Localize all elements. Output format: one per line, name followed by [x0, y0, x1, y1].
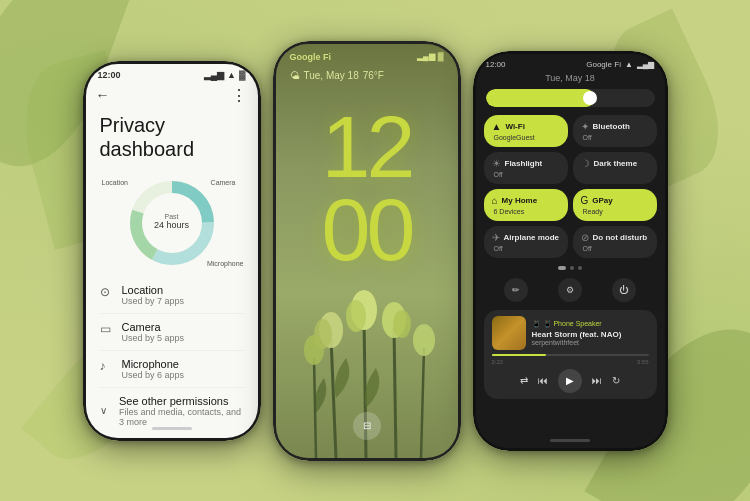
media-title: Heart Storm (feat. NAO): [532, 330, 649, 339]
flashlight-icon: ☀: [492, 158, 501, 169]
qs-tile-wifi[interactable]: ▲ Wi-Fi GoogleGuest: [484, 115, 568, 147]
brightness-bar[interactable]: [486, 89, 655, 107]
phone3-home-indicator: [550, 439, 590, 442]
chart-label-microphone: Microphone: [207, 260, 244, 267]
qs-tile-bluetooth[interactable]: ✦ Bluetooth Off: [573, 115, 657, 147]
settings-button[interactable]: ⚙: [558, 278, 582, 302]
chart-label-location: Location: [102, 179, 128, 186]
phone2-screen: Google Fi ▂▄▆ ▓ 🌤 Tue, May 18 76°F 12: [276, 44, 458, 458]
phone3-date: Tue, May 18: [476, 71, 665, 87]
phone1-status-icons: ▂▄▆ ▲ ▓: [204, 70, 246, 80]
qs-tile-dnd[interactable]: ⊘ Do not disturb Off: [573, 226, 657, 258]
gpay-name: GPay: [592, 196, 612, 205]
dnd-name: Do not disturb: [593, 233, 648, 242]
location-name: Location: [122, 284, 185, 296]
quick-action-bar: ✏ ⚙ ⏻: [476, 274, 665, 306]
media-play-pause-button[interactable]: ▶: [558, 369, 582, 393]
camera-sub: Used by 5 apps: [122, 333, 185, 343]
svg-line-4: [331, 338, 336, 458]
mic-name: Microphone: [122, 358, 185, 370]
phone2-status-icons: ▂▄▆ ▓: [417, 52, 444, 62]
svg-point-14: [393, 310, 411, 338]
phone1-permission-list: ⊙ Location Used by 7 apps ▭ Camera Used …: [86, 277, 258, 388]
brightness-slider-container: [476, 87, 665, 111]
media-controls: ⇄ ⏮ ▶ ⏭ ↻: [492, 369, 649, 393]
phone1-more-button[interactable]: ⋮: [231, 86, 248, 105]
phone2-temp: 76°F: [363, 70, 384, 81]
qs-tile-myhome[interactable]: ⌂ My Home 6 Devices: [484, 189, 568, 221]
see-sub: Files and media, contacts, and 3 more: [119, 407, 244, 427]
dnd-sub: Off: [581, 245, 649, 252]
phone2-date: Tue, May 18: [304, 70, 359, 81]
home-name: My Home: [502, 196, 538, 205]
wifi-icon: ▲: [492, 121, 502, 132]
qs-gpay-header: G GPay: [581, 195, 649, 206]
phone1-back-button[interactable]: ←: [96, 87, 110, 103]
phone2-nav-button[interactable]: ⊟: [353, 412, 381, 440]
phone3-status-right: Google Fi ▲ ▂▄▆: [586, 60, 654, 69]
media-next-button[interactable]: ⏭: [592, 375, 602, 386]
phone1-status-bar: 12:00 ▂▄▆ ▲ ▓: [86, 64, 258, 82]
permission-camera[interactable]: ▭ Camera Used by 5 apps: [100, 314, 244, 351]
camera-name: Camera: [122, 321, 185, 333]
phone2-status-bar: Google Fi ▂▄▆ ▓: [276, 44, 458, 66]
qs-tile-airplane[interactable]: ✈ Airplane mode Off: [484, 226, 568, 258]
edit-button[interactable]: ✏: [504, 278, 528, 302]
phone1-header: ← ⋮: [86, 82, 258, 105]
phone3-signal-icon: ▂▄▆: [637, 60, 655, 69]
media-progress-bar[interactable]: [492, 354, 649, 356]
chart-hours-label: 24 hours: [154, 219, 189, 229]
phone1-title: Privacy dashboard: [86, 105, 258, 165]
phone1-battery-icon: ▓: [239, 70, 246, 80]
donut-center: Past 24 hours: [154, 212, 189, 229]
qs-dnd-header: ⊘ Do not disturb: [581, 232, 649, 243]
qs-tile-dark-theme[interactable]: ☽ Dark theme: [573, 152, 657, 184]
brightness-fill: [486, 89, 596, 107]
media-repeat-button[interactable]: ↻: [612, 375, 620, 386]
svg-line-6: [394, 328, 396, 458]
phone1-screen: 12:00 ▂▄▆ ▲ ▓ ← ⋮ Privacy dashboard Lo: [86, 64, 258, 438]
phone1-signal-icon: ▂▄▆: [204, 70, 224, 80]
location-info: Location Used by 7 apps: [122, 284, 185, 306]
home-sub: 6 Devices: [492, 208, 560, 215]
microphone-icon: ♪: [100, 359, 114, 373]
media-time-row: 2:22 3:55: [492, 359, 649, 365]
qs-tile-gpay[interactable]: G GPay Ready: [573, 189, 657, 221]
camera-icon: ▭: [100, 322, 114, 336]
permission-microphone[interactable]: ♪ Microphone Used by 6 apps: [100, 351, 244, 388]
brightness-knob[interactable]: [583, 91, 597, 105]
wifi-name: Wi-Fi: [505, 122, 524, 131]
flash-sub: Off: [492, 171, 560, 178]
media-current-time: 2:22: [492, 359, 504, 365]
qs-wifi-header: ▲ Wi-Fi: [492, 121, 560, 132]
media-prev-button[interactable]: ⏮: [538, 375, 548, 386]
wifi-sub: GoogleGuest: [492, 134, 560, 141]
permission-location[interactable]: ⊙ Location Used by 7 apps: [100, 277, 244, 314]
svg-line-8: [421, 348, 424, 458]
media-artist: serpentwithfeet: [532, 339, 649, 346]
clock-hours: 12: [322, 105, 412, 189]
power-button[interactable]: ⏻: [612, 278, 636, 302]
airplane-icon: ✈: [492, 232, 500, 243]
phone1-home-indicator: [152, 427, 192, 430]
dark-name: Dark theme: [594, 159, 638, 168]
phone2-battery: ▓: [438, 52, 444, 61]
qs-tile-flashlight[interactable]: ☀ Flashlight Off: [484, 152, 568, 184]
quick-settings-grid: ▲ Wi-Fi GoogleGuest ✦ Bluetooth Off: [476, 111, 665, 262]
dot-2: [570, 266, 574, 270]
svg-point-12: [346, 300, 366, 332]
bt-name: Bluetooth: [593, 122, 630, 131]
location-icon: ⊙: [100, 285, 114, 299]
media-album-art: [492, 316, 526, 350]
qs-dark-header: ☽ Dark theme: [581, 158, 649, 169]
chart-past-label: Past: [154, 212, 189, 219]
qs-bt-header: ✦ Bluetooth: [581, 121, 649, 132]
media-top: 📱 📱 Phone Speaker Heart Storm (feat. NAO…: [492, 316, 649, 350]
phone1-wifi-icon: ▲: [227, 70, 236, 80]
page-indicator: [476, 262, 665, 274]
media-shuffle-button[interactable]: ⇄: [520, 375, 528, 386]
mic-sub: Used by 6 apps: [122, 370, 185, 380]
qs-flash-header: ☀ Flashlight: [492, 158, 560, 169]
media-source: 📱 📱 Phone Speaker: [532, 320, 649, 328]
see-more-info: See other permissions Files and media, c…: [119, 395, 244, 427]
